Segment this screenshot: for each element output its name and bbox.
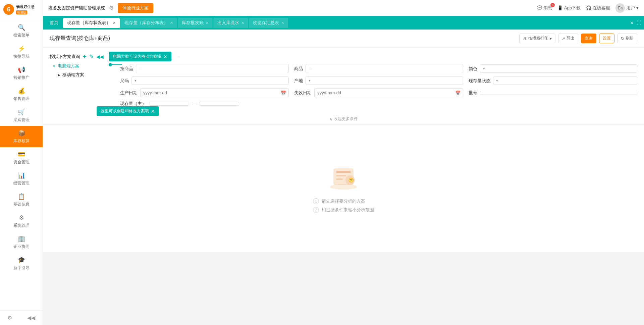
tooltip1-close-icon[interactable]: ✕: [163, 54, 167, 59]
sidebar-item-basic-info[interactable]: 📋 基础信息: [0, 189, 43, 211]
sidebar-item-operations[interactable]: 📊 经营管理: [0, 168, 43, 189]
product-dots: ···: [309, 66, 312, 71]
origin-select[interactable]: ▾: [306, 76, 463, 85]
tree-arrow-right: ▶: [58, 73, 60, 77]
system-icon: ⚙: [19, 214, 24, 221]
svg-rect-4: [336, 178, 343, 180]
sidebar-bottom: ⚙ ◀◀: [0, 310, 43, 325]
tooltip2-close-icon[interactable]: ✕: [151, 109, 155, 114]
tab-inventory-dist[interactable]: 现存量（库存分布表） ✕: [120, 18, 177, 28]
prod-date-calendar-icon[interactable]: 📅: [281, 90, 286, 95]
sidebar-item-guide[interactable]: 🎓 新手引导: [0, 253, 43, 274]
color-label: 颜色: [469, 66, 477, 72]
color-select[interactable]: ▾: [480, 64, 637, 73]
notification-icon: 💬: [537, 5, 542, 10]
sidebar-item-finance[interactable]: 💳 资金管理: [0, 147, 43, 168]
batch-label: 批号: [469, 90, 477, 96]
back-icon[interactable]: ◀◀: [96, 54, 104, 59]
settings-bottom-icon[interactable]: ⚙: [7, 315, 12, 321]
online-support-item[interactable]: 🎧 在线客服: [586, 5, 610, 11]
search-menu-icon: 🔍: [18, 24, 25, 31]
maximize-icon[interactable]: ⛶: [637, 20, 641, 25]
stock-status-select[interactable]: ▾: [493, 76, 637, 85]
connector-line: [112, 64, 122, 65]
product-label: 商品: [294, 66, 303, 72]
tab-home[interactable]: 首页: [46, 18, 62, 28]
tab-summary[interactable]: 收发存汇总表 ✕: [249, 18, 288, 28]
tree-mobile[interactable]: ▶ 移动端方案: [50, 70, 112, 79]
more-dots-1[interactable]: ···: [177, 54, 180, 59]
scheme-tree: ▼ 电脑端方案 ▶ 移动端方案: [50, 62, 112, 79]
svg-rect-2: [336, 171, 351, 173]
tab-close-2[interactable]: ✕: [206, 21, 209, 25]
user-menu[interactable]: Ea 用户 ▾: [615, 3, 639, 13]
sidebar-item-inventory[interactable]: 📦 库存核算: [0, 126, 43, 147]
tab-close-1[interactable]: ✕: [170, 21, 173, 25]
product-col: 商品 ···: [294, 64, 463, 73]
add-scheme-icon[interactable]: +: [83, 53, 87, 60]
print-btn[interactable]: 🖨 按模板打印 ▾: [519, 34, 555, 43]
refresh-btn[interactable]: ↻ 刷新: [617, 34, 637, 43]
form-row-1: 按商品 ··· 商品 ··· 颜色: [120, 64, 637, 73]
tip-item-1: 1 请先选择要分析的方案: [313, 198, 374, 204]
origin-label: 产地: [294, 78, 303, 84]
trial-btn[interactable]: 体验行业方案: [118, 3, 153, 13]
sidebar-item-purchase[interactable]: 🛒 采购管理: [0, 105, 43, 126]
inventory-icon: 📦: [18, 129, 25, 137]
tab-close-0[interactable]: ✕: [113, 21, 116, 25]
sidebar-item-sales[interactable]: 💰 销售管理: [0, 84, 43, 105]
tab-close-4[interactable]: ✕: [281, 21, 284, 25]
close-all-tab-icon[interactable]: ✕: [630, 20, 634, 25]
product-select[interactable]: ···: [306, 64, 463, 73]
sidebar-item-enterprise[interactable]: 🏢 企业协同: [0, 232, 43, 253]
size-select[interactable]: ▾: [131, 76, 289, 85]
stock-main-to[interactable]: [199, 102, 239, 106]
sidebar-item-system[interactable]: ⚙ 系统管理: [0, 211, 43, 232]
filter-label-row: 按以下方案查询 + ✎ ◀◀ 电脑方案可设为移动方案哦 ✕ ···: [50, 52, 637, 61]
quick-nav-icon: ⚡: [18, 45, 25, 52]
batch-input-wrapper[interactable]: [480, 91, 637, 95]
export-icon: ↗: [562, 36, 565, 41]
sidebar-item-marketing[interactable]: 📢 营销推广: [0, 63, 43, 84]
header: 装备及固定资产辅助管理系统 ⚙ 体验行业方案 💬 消息 6 📱 App下载 🎧 …: [43, 0, 644, 16]
sidebar-item-quick-nav[interactable]: ⚡ 快捷导航: [0, 42, 43, 63]
tab-inventory-status[interactable]: 现存量（库存状况表） ✕: [63, 18, 120, 28]
header-right: 💬 消息 6 📱 App下载 🎧 在线客服 Ea 用户 ▾: [537, 3, 639, 13]
stock-main-from[interactable]: [149, 102, 189, 106]
warehouse-select[interactable]: ···: [136, 64, 289, 73]
print-icon: 🖨: [523, 36, 527, 41]
notification-item[interactable]: 💬 消息 6: [537, 5, 552, 11]
svg-text:😕: 😕: [348, 177, 354, 183]
tab-close-3[interactable]: ✕: [241, 21, 244, 25]
tabs-bar: 首页 现存量（库存状况表） ✕ 现存量（库存分布表） ✕ 库存批次账 ✕ 出入库…: [43, 16, 644, 30]
size-label: 尺码: [120, 78, 129, 84]
prod-date-label: 生产日期: [120, 90, 138, 96]
refresh-icon: ↻: [621, 36, 624, 41]
origin-col: 产地 ▾: [294, 76, 463, 85]
headset-icon: 🎧: [586, 5, 591, 10]
mobile-icon: 📱: [557, 5, 563, 10]
user-dropdown-icon: ▾: [636, 5, 639, 10]
tab-inout-flow[interactable]: 出入库流水 ✕: [213, 18, 248, 28]
filter-label-text: 按以下方案查询: [50, 54, 80, 60]
system-name: 装备及固定资产辅助管理系统: [48, 5, 105, 11]
sidebar-item-search-menu[interactable]: 🔍 搜索菜单: [0, 20, 43, 42]
expiry-date-input[interactable]: [314, 88, 463, 97]
tooltip-create-scheme: 这里可以创建和修改方案哦 ✕: [97, 106, 159, 116]
prod-date-input[interactable]: [140, 88, 289, 97]
guide-icon: 🎓: [18, 256, 25, 264]
set-btn[interactable]: 设置: [599, 34, 614, 43]
tab-batch-account[interactable]: 库存批次账 ✕: [178, 18, 213, 28]
collapse-btn[interactable]: ∧ 收起更多条件: [329, 116, 358, 122]
tree-arrow-down: ▼: [52, 64, 56, 68]
export-btn[interactable]: ↗ 导出: [558, 34, 578, 43]
filter-container: 按以下方案查询 + ✎ ◀◀ 电脑方案可设为移动方案哦 ✕ ···: [43, 48, 644, 113]
tree-desktop[interactable]: ▼ 电脑端方案: [50, 62, 112, 70]
edit-scheme-icon[interactable]: ✎: [89, 53, 94, 60]
gear-icon[interactable]: ⚙: [109, 5, 114, 11]
collapse-sidebar-icon[interactable]: ◀◀: [27, 315, 35, 321]
search-btn[interactable]: 查询: [581, 34, 596, 43]
finance-icon: 💳: [18, 151, 25, 158]
app-download-item[interactable]: 📱 App下载: [557, 5, 581, 11]
expiry-date-calendar-icon[interactable]: 📅: [455, 90, 461, 95]
